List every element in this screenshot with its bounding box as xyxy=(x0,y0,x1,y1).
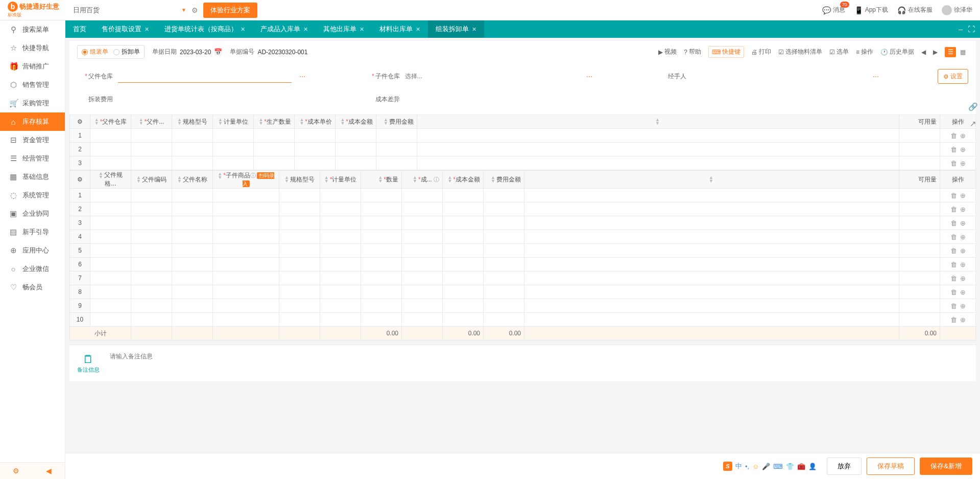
calendar-icon[interactable]: 📅 xyxy=(214,48,222,56)
sort-icon[interactable]: ▲▼ xyxy=(218,172,222,179)
sort-icon[interactable]: ▲▼ xyxy=(177,118,182,125)
copy-icon[interactable]: ⊕ xyxy=(960,132,966,140)
table-cell[interactable] xyxy=(336,156,376,170)
table-row[interactable]: 7🗑⊕ xyxy=(70,271,976,285)
table-cell[interactable] xyxy=(172,313,213,327)
table-cell[interactable] xyxy=(213,299,279,313)
user-menu[interactable]: 徐泽华 xyxy=(942,5,972,15)
copy-icon[interactable]: ⊕ xyxy=(960,302,966,310)
table-cell[interactable] xyxy=(361,230,402,244)
sort-icon[interactable]: ▲▼ xyxy=(258,118,263,125)
table-cell[interactable] xyxy=(524,271,899,285)
table-cell[interactable] xyxy=(172,156,213,170)
table-cell[interactable] xyxy=(172,285,213,299)
table-row[interactable]: 6🗑⊕ xyxy=(70,258,976,271)
table-cell[interactable] xyxy=(443,202,484,216)
close-icon[interactable]: ✕ xyxy=(303,26,308,33)
copy-icon[interactable]: ⊕ xyxy=(960,247,966,255)
handler-input[interactable] xyxy=(691,71,865,83)
sidebar-gear-icon[interactable]: ⚙ xyxy=(0,463,33,479)
table-cell[interactable] xyxy=(131,244,172,258)
table-cell[interactable] xyxy=(402,216,443,230)
table-cell[interactable] xyxy=(361,244,402,258)
delete-icon[interactable]: 🗑 xyxy=(950,247,957,255)
sidebar-item-operation[interactable]: ☰经营管理 xyxy=(0,149,65,168)
sort-icon[interactable]: ▲▼ xyxy=(413,176,417,183)
table-cell[interactable] xyxy=(336,143,376,156)
copy-icon[interactable]: ⊕ xyxy=(960,146,966,153)
info-icon[interactable]: ⓘ xyxy=(434,176,439,183)
table-cell[interactable] xyxy=(443,313,484,327)
close-icon[interactable]: ✕ xyxy=(360,26,364,33)
table-row[interactable]: 9🗑⊕ xyxy=(70,299,976,313)
table-cell[interactable] xyxy=(320,216,361,230)
table-cell[interactable] xyxy=(131,271,172,285)
sort-icon[interactable]: ▲▼ xyxy=(94,118,99,125)
table-cell[interactable] xyxy=(213,129,254,143)
radio-disassembly[interactable]: 拆卸单 xyxy=(113,48,140,56)
table-cell[interactable] xyxy=(361,202,402,216)
table-cell[interactable] xyxy=(899,299,940,313)
save-draft-button[interactable]: 保存草稿 xyxy=(867,458,915,475)
close-icon[interactable]: ✕ xyxy=(416,26,420,33)
table-cell[interactable] xyxy=(131,129,172,143)
table-cell[interactable] xyxy=(254,156,295,170)
table-cell[interactable] xyxy=(131,285,172,299)
expand-icon[interactable]: ↗ xyxy=(970,119,976,128)
sidebar-item-fund[interactable]: ⊟资金管理 xyxy=(0,131,65,149)
table-cell[interactable] xyxy=(361,285,402,299)
discost-input[interactable] xyxy=(118,93,292,105)
table-cell[interactable] xyxy=(361,313,402,327)
table-cell[interactable] xyxy=(484,216,524,230)
table-cell[interactable] xyxy=(279,216,320,230)
table-cell[interactable] xyxy=(899,271,940,285)
table-cell[interactable] xyxy=(361,271,402,285)
table-cell[interactable] xyxy=(172,216,213,230)
ime-zh[interactable]: 中 xyxy=(735,462,742,471)
table-cell[interactable] xyxy=(90,189,131,202)
table-cell[interactable] xyxy=(172,271,213,285)
table-row[interactable]: 2🗑⊕ xyxy=(70,143,976,156)
table-cell[interactable] xyxy=(376,143,417,156)
table-cell[interactable] xyxy=(131,313,172,327)
table-cell[interactable] xyxy=(361,299,402,313)
table-cell[interactable] xyxy=(213,216,279,230)
sort-icon[interactable]: ▲▼ xyxy=(218,118,223,125)
category-select[interactable]: 日用百货 ▼ ⚙ 体验行业方案 xyxy=(73,3,257,18)
table-cell[interactable] xyxy=(524,216,899,230)
table-cell[interactable] xyxy=(172,299,213,313)
table-cell[interactable] xyxy=(131,156,172,170)
table-cell[interactable] xyxy=(320,313,361,327)
table-cell[interactable] xyxy=(443,258,484,271)
tabs-expand-icon[interactable]: ⛶ xyxy=(968,25,975,33)
table-cell[interactable] xyxy=(279,313,320,327)
sort-icon[interactable]: ▲▼ xyxy=(655,118,660,125)
tabs-minimize-icon[interactable]: – xyxy=(959,25,963,33)
table-row[interactable]: 8🗑⊕ xyxy=(70,285,976,299)
table-cell[interactable] xyxy=(524,258,899,271)
table-cell[interactable] xyxy=(172,230,213,244)
table-cell[interactable] xyxy=(131,216,172,230)
table-cell[interactable] xyxy=(899,202,940,216)
ime-skin-icon[interactable]: 👕 xyxy=(786,463,794,470)
table-cell[interactable] xyxy=(524,313,899,327)
table-cell[interactable] xyxy=(524,285,899,299)
table-cell[interactable] xyxy=(899,189,940,202)
delete-icon[interactable]: 🗑 xyxy=(950,219,957,227)
ime-punct-icon[interactable]: •, xyxy=(745,463,749,470)
table-cell[interactable] xyxy=(131,299,172,313)
table-row[interactable]: 1🗑⊕ xyxy=(70,129,976,143)
table-row[interactable]: 3🗑⊕ xyxy=(70,156,976,170)
sort-icon[interactable]: ▲▼ xyxy=(378,176,383,183)
table-cell[interactable] xyxy=(90,258,131,271)
delete-icon[interactable]: 🗑 xyxy=(950,288,957,296)
table-cell[interactable] xyxy=(320,244,361,258)
app-download-link[interactable]: 📱 App下载 xyxy=(854,6,888,14)
sort-icon[interactable]: ▲▼ xyxy=(447,176,452,183)
table-cell[interactable] xyxy=(295,129,336,143)
table-cell[interactable] xyxy=(279,285,320,299)
table-cell[interactable] xyxy=(90,156,131,170)
table-cell[interactable] xyxy=(131,258,172,271)
table-row[interactable]: 1🗑⊕ xyxy=(70,189,976,202)
table-row[interactable]: 10🗑⊕ xyxy=(70,313,976,327)
